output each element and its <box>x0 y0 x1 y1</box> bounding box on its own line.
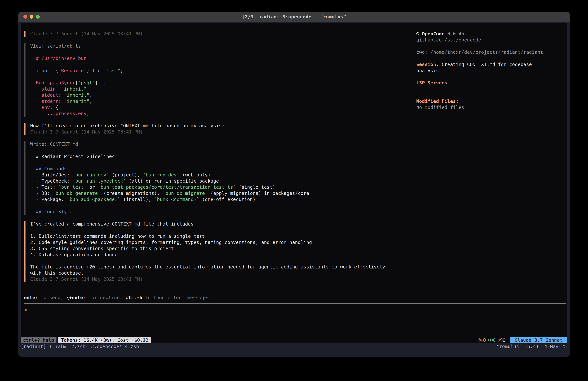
terminal-line: The file is concise (20 lines) and captu… <box>30 264 385 270</box>
terminal-line: stderr: "inherit", <box>30 98 123 104</box>
terminal-window: [2/3] radiant:3:opencode - "romulus" Cla… <box>18 12 570 357</box>
terminal-line <box>416 55 543 61</box>
terminal-line: stdin: "inherit", <box>30 86 123 92</box>
warning-count: 0 <box>483 337 486 343</box>
assistant-summary-block: I've created a comprehensive CONTEXT.md … <box>24 221 385 282</box>
terminal-line <box>30 49 123 55</box>
terminal-line <box>30 258 385 264</box>
terminal-line: ...process.env, <box>30 111 123 116</box>
terminal-line <box>416 74 543 80</box>
terminal-line: ## Code Style <box>30 209 309 215</box>
diagnostics-counters: ⓦ0ⓘ0ⓗ0 <box>479 337 505 343</box>
warning-icon: ⓦ <box>479 337 483 343</box>
terminal-line: 1. Build/lint/test commands including ho… <box>30 233 385 239</box>
terminal-line: Claude 3.7 Sonnet (14 May 2025 03:41 PM) <box>30 31 143 37</box>
terminal-line <box>416 86 543 92</box>
terminal-line: LSP Servers <box>416 80 543 86</box>
terminal-line <box>30 61 123 67</box>
zoom-button[interactable] <box>36 15 40 19</box>
terminal-line: #!/usr/bin/env bun <box>30 55 123 61</box>
terminal-line: github.com/sst/opencode <box>416 37 543 43</box>
tokens-cost-chip: Tokens: 16.4K (8%), Cost: $0.12 <box>58 337 151 343</box>
minimize-button[interactable] <box>30 15 33 19</box>
terminal-line <box>30 147 309 153</box>
tmux-window-list[interactable]: [radiant] 1:nvim 2:zsh- 3:opencode* 4:zs… <box>21 343 139 350</box>
terminal-line <box>30 202 309 209</box>
input-divider <box>24 303 566 304</box>
terminal-line: with this codebase. <box>30 270 385 276</box>
terminal-line: Modified Files: <box>416 98 543 104</box>
terminal-line: analysis <box>416 67 543 74</box>
terminal-line <box>30 227 385 233</box>
terminal-line: - Test: `bun test` or `bun test packages… <box>30 184 309 190</box>
terminal-line: - Package: `bun add <package>` (install)… <box>30 196 309 202</box>
opencode-tui[interactable]: Claude 3.7 Sonnet (14 May 2025 03:41 PM)… <box>21 23 567 343</box>
terminal-line <box>416 92 543 98</box>
tmux-status-bar: [radiant] 1:nvim 2:zsh- 3:opencode* 4:zs… <box>21 343 567 350</box>
traffic-lights <box>23 12 40 22</box>
terminal-line <box>30 159 309 166</box>
status-bar-right: ⓦ0ⓘ0ⓗ0 Claude 3.7 Sonnet <box>479 337 567 343</box>
terminal-line: 4. Database operations guidance <box>30 251 385 258</box>
terminal-line: Bun.spawnSync([`psql`], { <box>30 80 123 86</box>
terminal-line: enter to send, \+enter for newline, ctrl… <box>24 294 210 301</box>
session-sidebar: © OpenCode 0.0.45github.com/sst/opencode… <box>416 31 543 111</box>
status-bar: ctrl+? help Tokens: 16.4K (8%), Cost: $0… <box>21 337 567 343</box>
window-title: [2/3] radiant:3:opencode - "romulus" <box>242 14 346 20</box>
terminal-line: 2. Code style guidelines covering import… <box>30 239 385 246</box>
terminal-line: Session: Creating CONTEXT.md for codebas… <box>416 61 543 67</box>
terminal-line <box>416 43 543 49</box>
terminal-line: env: { <box>30 104 123 111</box>
keybinding-hint-bar: enter to send, \+enter for newline, ctrl… <box>24 294 210 301</box>
terminal-line: - DB: `bun db generate` (create migratio… <box>30 190 309 196</box>
terminal-line: I've created a comprehensive CONTEXT.md … <box>30 221 385 227</box>
hint-icon: ⓗ <box>498 337 503 343</box>
terminal-line: cwd: /home/thdxr/dev/projects/radiant/ra… <box>416 49 543 55</box>
prompt-input[interactable]: > <box>24 307 27 313</box>
assistant-message-block: Now I'll create a comprehensive CONTEXT.… <box>24 123 225 135</box>
terminal-body: Claude 3.7 Sonnet (14 May 2025 03:41 PM)… <box>18 22 570 357</box>
window-titlebar: [2/3] radiant:3:opencode - "romulus" <box>18 12 570 22</box>
info-icon: ⓘ <box>488 337 493 343</box>
info-count: 0 <box>493 337 496 343</box>
assistant-message-meta-block: Claude 3.7 Sonnet (14 May 2025 03:41 PM) <box>24 31 143 37</box>
tmux-host-clock: "romulus" 15:41 14-May-25 <box>497 343 567 350</box>
write-tool-block: Write: CONTEXT.md # Radiant Project Guid… <box>24 141 309 215</box>
terminal-line: No modified files <box>416 104 543 111</box>
terminal-line: © OpenCode 0.0.45 <box>416 31 543 37</box>
terminal-line: 3. CSS styling conventions specific to t… <box>30 246 385 251</box>
model-badge[interactable]: Claude 3.7 Sonnet <box>510 337 567 343</box>
terminal-line: - TypeCheck: `bun run typecheck` (all) o… <box>30 178 309 184</box>
view-tool-block: View: script/db.ts #!/usr/bin/env bun im… <box>24 43 123 116</box>
hint-count: 0 <box>503 337 505 343</box>
close-button[interactable] <box>23 15 27 19</box>
terminal-line <box>30 74 123 80</box>
terminal-line: stdout: "inherit", <box>30 92 123 98</box>
terminal-line: Claude 3.7 Sonnet (14 May 2025 03:41 PM) <box>30 276 385 282</box>
terminal-line: ## Commands <box>30 166 309 172</box>
terminal-line: View: script/db.ts <box>30 43 123 49</box>
terminal-line: Claude 3.7 Sonnet (14 May 2025 03:41 PM) <box>30 129 225 135</box>
terminal-line: Now I'll create a comprehensive CONTEXT.… <box>30 123 225 129</box>
terminal-line: - Build/Dev: `bun run dev` (project), `b… <box>30 172 309 178</box>
help-shortcut-chip[interactable]: ctrl+? help <box>21 337 57 343</box>
terminal-line: Write: CONTEXT.md <box>30 141 309 147</box>
terminal-line: import { Resource } from "sst"; <box>30 67 123 74</box>
desktop: { "window": { "title": "[2/3] radiant:3:… <box>0 0 588 381</box>
terminal-line: # Radiant Project Guidelines <box>30 153 309 159</box>
